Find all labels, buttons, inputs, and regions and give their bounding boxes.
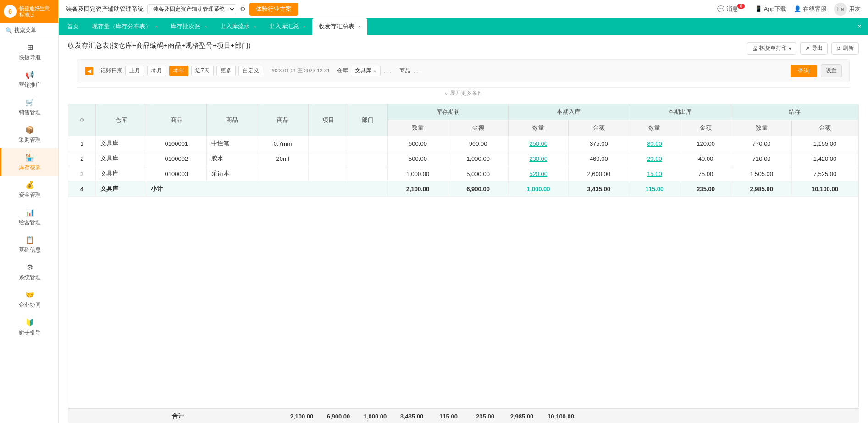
row-out-qty[interactable]: 80.00 — [629, 136, 680, 151]
sidebar-item-marketing[interactable]: 📢 营销推广 — [0, 66, 58, 93]
date-btn-this-year[interactable]: 本年 — [169, 66, 188, 76]
col-dept: 部门 — [348, 104, 387, 136]
row-bal-amt: 1,155.00 — [792, 136, 858, 151]
chevron-down-icon: ▾ — [789, 45, 791, 52]
refresh-icon: ↺ — [836, 45, 841, 52]
expand-more-btn[interactable]: ⌄ 展开更多条件 — [77, 87, 850, 99]
service-icon: 👤 — [794, 5, 801, 12]
row-code: 0100002 — [146, 151, 207, 166]
query-btn[interactable]: 查询 — [791, 65, 817, 77]
sidebar-item-finance[interactable]: 💰 资金管理 — [0, 176, 58, 203]
settings-btn[interactable]: 设置 — [821, 64, 842, 77]
footer-bal-qty: 2,985.00 — [503, 413, 540, 420]
app-download-btn[interactable]: 📱 App下载 — [755, 5, 786, 13]
tab-home[interactable]: 首页 — [61, 18, 85, 35]
experience-btn[interactable]: 体验行业方案 — [249, 3, 298, 16]
tab-stock-dist[interactable]: 现存量（库存分布表） × — [85, 18, 164, 35]
export-btn[interactable]: ↗ 导出 — [800, 42, 828, 55]
row-warehouse: 文具库 — [96, 166, 146, 181]
warehouse-tag-close[interactable]: × — [373, 68, 376, 74]
date-btn-more[interactable]: 更多 — [216, 66, 236, 76]
tab-close-in-out-flow[interactable]: × — [254, 24, 256, 29]
tab-in-out-summary[interactable]: 出入库汇总 × — [263, 18, 312, 35]
sidebar-item-quick-nav[interactable]: ⊞ 快捷导航 — [0, 38, 58, 66]
filter-collapse-btn[interactable]: ◀ — [85, 67, 93, 75]
online-service-btn[interactable]: 👤 在线客服 — [794, 5, 827, 13]
warehouse-tag[interactable]: 文具库 × — [351, 66, 380, 76]
col-out-qty: 数量 — [629, 120, 680, 136]
subtotal-in-qty[interactable]: 1,000.00 — [508, 181, 569, 197]
sales-icon: 🛒 — [25, 98, 34, 107]
row-code: 0100001 — [146, 136, 207, 151]
sidebar: 6 畅捷通好生意 标准版 🔍 搜索菜单 ⊞ 快捷导航 📢 营销推广 🛒 销售管理… — [0, 0, 59, 423]
row-out-amt: 120.00 — [680, 136, 731, 151]
table-row: 3 文具库 0100003 采访本 1,000.00 5,000.00 520.… — [68, 166, 858, 181]
row-spec: 0.7mm — [257, 136, 309, 151]
subtotal-warehouse: 文具库 — [96, 181, 146, 197]
row-bal-amt: 7,525.00 — [792, 166, 858, 181]
sidebar-item-system[interactable]: ⚙ 系统管理 — [0, 258, 58, 286]
sidebar-item-guide[interactable]: 🔰 新手引导 — [0, 313, 58, 341]
message-badge: 6 — [737, 4, 745, 9]
tab-recv-send-summary[interactable]: 收发存汇总表 × — [312, 18, 367, 35]
message-btn[interactable]: 💬 消息 6 — [717, 5, 747, 13]
sidebar-item-collab[interactable]: 🤝 企业协同 — [0, 286, 58, 313]
row-warehouse: 文具库 — [96, 136, 146, 151]
row-in-qty[interactable]: 520.00 — [508, 166, 569, 181]
sidebar-search[interactable]: 🔍 搜索菜单 — [0, 23, 58, 38]
sidebar-item-basic[interactable]: 📋 基础信息 — [0, 231, 58, 258]
row-spec: 20ml — [257, 151, 309, 166]
page-header: 收发存汇总表(按仓库+商品编码+商品+规格型号+项目+部门) 🖨 拣货单打印 ▾… — [59, 35, 868, 99]
tab-close-stock-dist[interactable]: × — [155, 24, 158, 29]
page-title: 收发存汇总表(按仓库+商品编码+商品+规格型号+项目+部门) — [68, 41, 251, 50]
tab-close-recv-send-summary[interactable]: × — [358, 24, 361, 29]
toolbar-right: 🖨 拣货单打印 ▾ ↗ 导出 ↺ 刷新 — [747, 42, 859, 55]
refresh-btn[interactable]: ↺ 刷新 — [831, 42, 859, 55]
footer-out-qty: 115.00 — [430, 413, 467, 420]
row-bal-amt: 1,420.00 — [792, 151, 858, 166]
system-select[interactable]: 装备及固定资产辅助管理系统 — [147, 4, 236, 14]
subtotal-bal-amt: 10,100.00 — [792, 181, 858, 197]
subtotal-name: 小计 — [146, 181, 387, 197]
row-name: 采访本 — [207, 166, 257, 181]
footer-init-qty: 2,100.00 — [283, 413, 320, 420]
guide-icon: 🔰 — [25, 318, 34, 327]
goods-dots[interactable]: ... — [413, 67, 422, 75]
tab-batch-ledger[interactable]: 库存批次账 × — [164, 18, 213, 35]
row-in-qty[interactable]: 230.00 — [508, 151, 569, 166]
gear-icon[interactable]: ⚙ — [240, 5, 246, 13]
sidebar-item-sales[interactable]: 🛒 销售管理 — [0, 93, 58, 121]
tab-close-in-out-summary[interactable]: × — [303, 24, 305, 29]
row-code: 0100003 — [146, 166, 207, 181]
tabbar-close-btn[interactable]: × — [853, 22, 866, 31]
tab-close-batch-ledger[interactable]: × — [204, 24, 207, 29]
date-filter-group: 记账日期 上月 本月 本年 近7天 更多 自定义 — [100, 66, 263, 76]
user-menu[interactable]: Ea 用友 — [834, 3, 861, 16]
row-out-qty[interactable]: 20.00 — [629, 151, 680, 166]
col-warehouse: 仓库 — [96, 104, 146, 136]
date-filter-label: 记账日期 — [100, 67, 122, 75]
collab-icon: 🤝 — [25, 291, 34, 299]
sidebar-item-operations[interactable]: 📊 经营管理 — [0, 203, 58, 231]
subtotal-out-amt: 235.00 — [680, 181, 731, 197]
date-btn-custom[interactable]: 自定义 — [238, 66, 263, 76]
date-btn-this-month[interactable]: 本月 — [147, 66, 166, 76]
subtotal-out-qty[interactable]: 115.00 — [629, 181, 680, 197]
sidebar-item-purchase[interactable]: 📦 采购管理 — [0, 121, 58, 148]
row-warehouse: 文具库 — [96, 151, 146, 166]
warehouse-dots[interactable]: ... — [383, 67, 392, 75]
row-out-qty[interactable]: 15.00 — [629, 166, 680, 181]
tab-in-out-flow[interactable]: 出入库流水 × — [214, 18, 263, 35]
subtotal-in-amt: 3,435.00 — [569, 181, 629, 197]
row-bal-qty: 1,505.00 — [731, 166, 792, 181]
col-settings[interactable]: ⚙ — [68, 104, 96, 136]
row-in-qty[interactable]: 250.00 — [508, 136, 569, 151]
date-btn-last-month[interactable]: 上月 — [125, 66, 144, 76]
col-bal-amt: 金额 — [792, 120, 858, 136]
sidebar-item-inventory[interactable]: 🏪 库存核算 — [0, 148, 58, 176]
footer-bal-amt: 10,100.00 — [540, 413, 581, 420]
date-btn-7days[interactable]: 近7天 — [191, 66, 214, 76]
warehouse-filter-group: 仓库 文具库 × ... — [337, 66, 392, 76]
col-group-in: 本期入库 — [508, 104, 629, 120]
print-btn[interactable]: 🖨 拣货单打印 ▾ — [747, 42, 796, 55]
